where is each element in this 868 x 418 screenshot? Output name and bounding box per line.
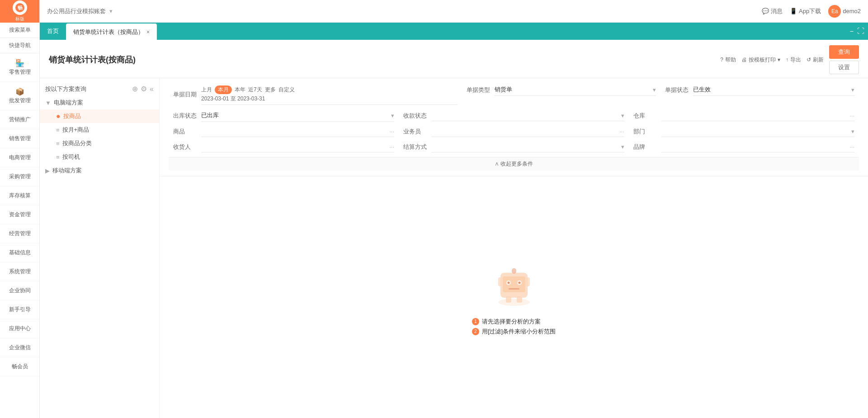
- query-button[interactable]: 查询: [829, 45, 859, 59]
- tab-bar-actions: － ⛶: [848, 27, 868, 36]
- nav-newbie-label: 新手引导: [2, 306, 38, 314]
- nav-marketing-label: 营销推广: [2, 116, 38, 124]
- date-option-more[interactable]: 更多: [265, 86, 276, 94]
- salesman-value[interactable]: ···: [431, 126, 624, 137]
- tree-item-by-driver[interactable]: ≡ 按司机: [40, 150, 159, 164]
- tab-close-icon[interactable]: ×: [146, 29, 150, 35]
- settlement-chevron[interactable]: ▾: [621, 143, 624, 150]
- tree-mobile-group[interactable]: ▶ 移动端方案: [40, 164, 159, 177]
- dept-chevron[interactable]: ▾: [851, 128, 854, 135]
- nav-purchase-label: 采购管理: [2, 173, 38, 180]
- refresh-btn[interactable]: ↺ 刷新: [807, 56, 824, 64]
- nav-enterprise[interactable]: 企业协同: [0, 281, 39, 300]
- salesman-dots[interactable]: ···: [619, 128, 624, 135]
- nav-finance[interactable]: 资金管理: [0, 205, 39, 224]
- date-option-custom[interactable]: 自定义: [278, 86, 295, 94]
- tab-active[interactable]: 销货单统计计表（按商品） ×: [66, 24, 157, 41]
- tree-item-by-goods[interactable]: ● 按商品: [40, 109, 159, 123]
- goods-value[interactable]: ···: [201, 126, 394, 137]
- nav-retail[interactable]: 🏪 零售管理: [0, 53, 39, 82]
- date-option-7days[interactable]: 近7天: [248, 86, 262, 94]
- date-option-this-year[interactable]: 本年: [235, 86, 245, 94]
- top-header: 办公用品行业模拟账套 ▾ 💬 消息 📱 App下载 Ea demo2: [40, 0, 868, 23]
- print-dropdown-icon[interactable]: ▾: [778, 57, 780, 63]
- nav-apps[interactable]: 应用中心: [0, 319, 39, 338]
- app-download-label: App下载: [799, 7, 821, 15]
- type-value[interactable]: 销货单 ▾: [495, 84, 656, 96]
- tree-category-icon: ≡: [56, 140, 60, 147]
- tree-pc-label: 电脑端方案: [54, 99, 83, 107]
- svg-point-8: [518, 281, 520, 284]
- print-btn[interactable]: 🖨 按模板打印 ▾: [741, 56, 780, 64]
- goods-dots[interactable]: ···: [389, 128, 394, 135]
- collapse-icon[interactable]: «: [150, 85, 154, 93]
- app-download-btn[interactable]: 📱 App下载: [790, 7, 821, 15]
- export-label: 导出: [790, 56, 801, 64]
- tree-pc-group[interactable]: ▼ 电脑端方案: [40, 96, 159, 109]
- svg-point-7: [507, 281, 509, 284]
- status-value[interactable]: 已生效 ▾: [693, 84, 854, 96]
- warehouse-value[interactable]: ···: [661, 110, 854, 121]
- help-btn[interactable]: ? 帮助: [720, 56, 736, 64]
- date-value: 上月 本月 本年 近7天 更多 自定义 2023-03-01 至 2023-03…: [201, 84, 458, 105]
- receiver-value[interactable]: ···: [201, 142, 394, 152]
- help-label: 帮助: [725, 56, 736, 64]
- nav-member[interactable]: 畅会员: [0, 357, 39, 376]
- empty-tip-2: 2 用[过滤]条件来缩小分析范围: [472, 328, 556, 336]
- add-icon[interactable]: ⊕: [132, 85, 138, 93]
- refresh-icon: ↺: [807, 57, 811, 63]
- search-menu[interactable]: 搜索菜单: [0, 23, 39, 38]
- tree-item-by-month-goods[interactable]: ≡ 按月+商品: [40, 123, 159, 137]
- brand-value[interactable]: ···: [661, 142, 854, 152]
- tip-num-1: 1: [472, 318, 479, 325]
- date-option-this-month[interactable]: 本月: [215, 86, 232, 94]
- salesman-label: 业务员: [403, 128, 428, 136]
- export-btn[interactable]: ↑ 导出: [786, 56, 801, 64]
- message-btn[interactable]: 💬 消息: [762, 7, 783, 15]
- collapse-bar[interactable]: ∧ 收起更多条件: [169, 157, 859, 171]
- receipt-status-chevron[interactable]: ▾: [621, 112, 624, 119]
- brand-dots[interactable]: ···: [849, 143, 854, 150]
- nav-stock[interactable]: 库存核算: [0, 186, 39, 205]
- settlement-filter: 结算方式 ▾: [399, 142, 629, 152]
- tree-driver-icon: ≡: [56, 154, 60, 161]
- nav-newbie[interactable]: 新手引导: [0, 300, 39, 319]
- salesman-filter: 业务员 ···: [399, 126, 629, 137]
- tree-item-by-category[interactable]: ≡ 按商品分类: [40, 137, 159, 150]
- dropdown-icon[interactable]: ▾: [109, 8, 113, 14]
- nav-wholesale[interactable]: 📦 批发管理: [0, 82, 39, 110]
- dept-value[interactable]: ▾: [661, 126, 854, 137]
- empty-svg: [487, 259, 541, 309]
- user-profile[interactable]: Ea demo2: [828, 5, 861, 18]
- tab-maximize-icon[interactable]: ⛶: [857, 27, 864, 35]
- status-chevron[interactable]: ▾: [851, 86, 854, 93]
- nav-sales-label: 销售管理: [2, 135, 38, 142]
- svg-rect-9: [509, 288, 519, 290]
- nav-sales[interactable]: 销售管理: [0, 129, 39, 148]
- out-status-value[interactable]: 已出库 ▾: [201, 109, 394, 122]
- receiver-dots[interactable]: ···: [389, 143, 394, 150]
- nav-operation[interactable]: 经营管理: [0, 224, 39, 243]
- nav-marketing[interactable]: 营销推广: [0, 110, 39, 129]
- out-status-text: 已出库: [201, 111, 219, 119]
- out-status-chevron[interactable]: ▾: [391, 112, 394, 119]
- tree-item-category-label: 按商品分类: [62, 139, 92, 147]
- warehouse-dots[interactable]: ···: [849, 112, 854, 119]
- nav-purchase[interactable]: 采购管理: [0, 167, 39, 186]
- settings-icon[interactable]: ⚙: [141, 85, 147, 93]
- settlement-value[interactable]: ▾: [431, 142, 624, 152]
- nav-wechat[interactable]: 企业微信: [0, 338, 39, 357]
- tab-home[interactable]: 首页: [40, 23, 66, 40]
- nav-system[interactable]: 系统管理: [0, 262, 39, 281]
- help-icon: ?: [720, 57, 723, 63]
- quick-nav[interactable]: 快捷导航: [0, 38, 39, 53]
- nav-wholesale-label: 批发管理: [2, 97, 38, 104]
- settings-button[interactable]: 设置: [829, 61, 859, 74]
- nav-wechat-label: 企业微信: [2, 344, 38, 352]
- type-chevron[interactable]: ▾: [653, 86, 656, 93]
- date-option-last-month[interactable]: 上月: [201, 86, 212, 94]
- nav-ecommerce[interactable]: 电商管理: [0, 148, 39, 167]
- tab-minimize-icon[interactable]: －: [848, 27, 855, 36]
- receipt-status-value[interactable]: ▾: [431, 110, 624, 121]
- nav-basic[interactable]: 基础信息: [0, 243, 39, 262]
